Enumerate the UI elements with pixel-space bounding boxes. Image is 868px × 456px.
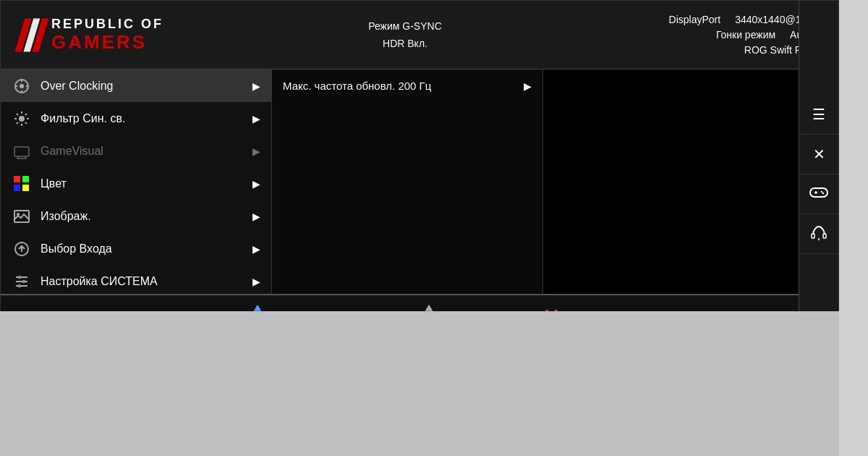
input-icon bbox=[12, 239, 32, 259]
svg-point-49 bbox=[822, 192, 824, 193]
menu-item-system[interactable]: Настройка СИСТЕМА ▶ bbox=[1, 265, 271, 297]
sidebar-menu-button[interactable]: ☰ bbox=[799, 95, 839, 135]
menu-arrow-bluelight: ▶ bbox=[252, 113, 260, 124]
header-center: Режим G-SYNC HDR Вкл. bbox=[214, 20, 596, 49]
svg-point-4 bbox=[20, 84, 24, 88]
third-panel bbox=[543, 69, 838, 294]
gamevisual-icon bbox=[12, 141, 32, 161]
system-icon bbox=[12, 271, 32, 292]
sub-menu: Макс. частота обновл. 200 Гц ▶ bbox=[272, 69, 543, 294]
svg-line-15 bbox=[25, 122, 27, 123]
svg-rect-45 bbox=[810, 188, 827, 197]
menu-arrow-input: ▶ bbox=[252, 243, 260, 255]
sidebar-headset-button[interactable] bbox=[799, 214, 839, 254]
svg-marker-40 bbox=[425, 305, 433, 311]
menu-label-system: Настройка СИСТЕМА bbox=[41, 275, 252, 288]
menu-arrow-color: ▶ bbox=[252, 178, 260, 190]
menu-item-color[interactable]: Цвет ▶ bbox=[1, 167, 271, 200]
menu-icon: ☰ bbox=[812, 106, 825, 123]
menu-arrow-gamevisual: ▶ bbox=[252, 145, 260, 157]
svg-point-31 bbox=[23, 280, 25, 282]
below-osd bbox=[0, 311, 839, 456]
header-right: DisplayPort 3440x1440@100 Hz Гонки режим… bbox=[596, 14, 827, 56]
menu-label-image: Изображ. bbox=[41, 210, 252, 223]
svg-line-14 bbox=[17, 113, 18, 114]
main-content: Over Clocking ▶ bbox=[1, 69, 838, 294]
close-icon: ✕ bbox=[813, 145, 825, 163]
sub-item-maxrefresh[interactable]: Макс. частота обновл. 200 Гц ▶ bbox=[272, 69, 542, 102]
right-sidebar: ☰ ✕ bbox=[799, 1, 838, 312]
svg-point-28 bbox=[19, 276, 21, 278]
monitor-frame: REPUBLIC OF GAMERS Режим G-SYNC HDR Вкл.… bbox=[0, 0, 868, 456]
header: REPUBLIC OF GAMERS Режим G-SYNC HDR Вкл.… bbox=[1, 1, 838, 69]
stat-gsync: Режим G-SYNC bbox=[368, 20, 442, 32]
sidebar-close-button[interactable]: ✕ bbox=[799, 135, 839, 174]
logo-text: REPUBLIC OF GAMERS bbox=[51, 17, 163, 52]
svg-point-9 bbox=[19, 116, 25, 122]
menu-label-gamevisual: GameVisual bbox=[41, 145, 252, 158]
svg-line-17 bbox=[25, 113, 27, 114]
menu-item-overclocking[interactable]: Over Clocking ▶ bbox=[1, 69, 271, 102]
svg-marker-35 bbox=[253, 305, 261, 311]
svg-line-16 bbox=[17, 122, 18, 123]
svg-point-23 bbox=[17, 213, 20, 216]
svg-rect-18 bbox=[14, 147, 29, 156]
stat-racing: Гонки режим bbox=[716, 29, 775, 41]
menu-arrow-system: ▶ bbox=[252, 276, 260, 287]
menu-item-input[interactable]: Выбор Входа ▶ bbox=[1, 232, 271, 265]
menu-arrow-image: ▶ bbox=[252, 211, 260, 222]
menu-item-image[interactable]: Изображ. ▶ bbox=[1, 200, 271, 232]
color-icon bbox=[12, 174, 32, 194]
left-menu: Over Clocking ▶ bbox=[1, 69, 272, 294]
menu-label-color: Цвет bbox=[41, 177, 252, 190]
menu-label-overclocking: Over Clocking bbox=[41, 80, 252, 93]
menu-item-bluelight[interactable]: Фильтр Син. св. ▶ bbox=[1, 102, 271, 135]
menu-label-bluelight: Фильтр Син. св. bbox=[41, 112, 252, 125]
menu-item-gamevisual: GameVisual ▶ bbox=[1, 135, 271, 167]
menu-arrow-overclocking: ▶ bbox=[252, 80, 260, 92]
sidebar-gamepad-button[interactable] bbox=[799, 174, 839, 214]
logo-area: REPUBLIC OF GAMERS bbox=[12, 15, 214, 55]
clock-icon bbox=[12, 76, 32, 96]
headset-icon bbox=[811, 224, 827, 244]
bluelight-icon bbox=[12, 109, 32, 129]
rog-logo-icon bbox=[12, 15, 51, 55]
menu-label-input: Выбор Входа bbox=[41, 242, 252, 256]
stat-hdr: HDR Вкл. bbox=[383, 38, 427, 49]
logo-gamers: GAMERS bbox=[51, 32, 163, 53]
sub-item-label-maxrefresh: Макс. частота обновл. 200 Гц bbox=[283, 80, 524, 92]
image-icon bbox=[12, 206, 32, 227]
svg-point-34 bbox=[19, 284, 21, 287]
logo-republic: REPUBLIC OF bbox=[51, 17, 163, 32]
osd-container: REPUBLIC OF GAMERS Режим G-SYNC HDR Вкл.… bbox=[0, 0, 839, 311]
svg-point-48 bbox=[821, 190, 822, 192]
sub-item-arrow-maxrefresh: ▶ bbox=[524, 80, 532, 92]
stat-displayport: DisplayPort bbox=[669, 14, 721, 25]
gamepad-icon bbox=[809, 185, 828, 203]
